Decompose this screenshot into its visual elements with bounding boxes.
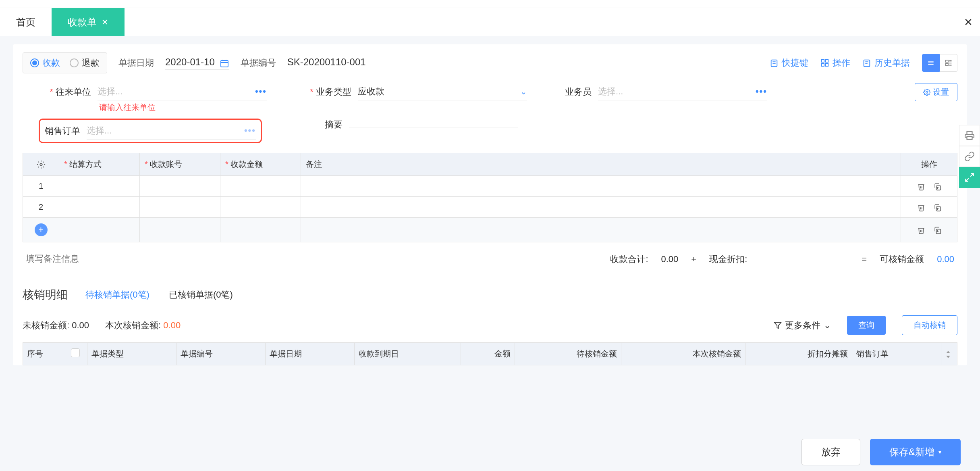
side-link-icon[interactable] (959, 146, 980, 167)
discount-label: 现金折扣: (709, 253, 747, 265)
more-icon[interactable]: ••• (244, 125, 256, 136)
copy-icon[interactable] (933, 225, 941, 235)
svg-rect-38 (967, 136, 972, 140)
close-all-tabs-icon[interactable]: ✕ (964, 16, 973, 28)
col-due: 收款到期日 (354, 343, 461, 365)
side-print-icon[interactable] (959, 125, 980, 146)
order-select[interactable]: 选择... ••• (87, 122, 256, 140)
col-type: 单据类型 (87, 343, 176, 365)
tab-home[interactable]: 首页 (0, 8, 52, 36)
biztype-label: 业务类型 (299, 86, 351, 98)
gear-header[interactable] (23, 153, 59, 176)
svg-rect-0 (221, 60, 228, 67)
payment-table: 结算方式 收款账号 收款金额 备注 操作 1 2 (23, 153, 957, 242)
svg-rect-10 (826, 64, 828, 66)
add-row-button[interactable]: + (35, 223, 48, 236)
checkbox[interactable] (71, 348, 80, 357)
settings-button[interactable]: 设置 (915, 83, 957, 101)
writeoff-title: 核销明细 (23, 287, 68, 302)
col-amount: 收款金额 (220, 153, 301, 176)
summary-input[interactable] (349, 122, 518, 127)
table-row[interactable]: 1 (23, 176, 957, 197)
more-icon[interactable]: ••• (255, 86, 267, 97)
discount-input[interactable] (760, 259, 849, 259)
svg-rect-8 (826, 60, 828, 62)
copy-icon[interactable] (933, 181, 941, 191)
docno-label: 单据编号 (241, 57, 276, 69)
trash-icon[interactable] (917, 225, 925, 235)
col-disc: 折扣分摊额 (745, 343, 852, 365)
auto-writeoff-button[interactable]: 自动核销 (902, 315, 957, 335)
trash-icon[interactable] (917, 202, 925, 212)
party-error: 请输入往来单位 (99, 102, 267, 113)
pending-amt-value: 0.00 (72, 320, 89, 330)
svg-point-24 (40, 164, 42, 166)
writeoff-label: 可核销金额 (880, 253, 924, 265)
date-value[interactable]: 2020-01-10 (165, 56, 229, 70)
view-card-button[interactable] (940, 54, 957, 72)
staff-label: 业务员 (559, 86, 592, 98)
this-amt-value: 0.00 (163, 320, 181, 330)
copy-icon[interactable] (933, 202, 941, 212)
col-sort[interactable] (941, 343, 957, 365)
party-select[interactable]: 选择... ••• (98, 83, 267, 100)
sum-value: 0.00 (661, 254, 679, 265)
side-expand-icon[interactable] (959, 167, 980, 188)
radio-receipt[interactable]: 收款 (30, 57, 60, 69)
col-pending: 待核销金额 (515, 343, 621, 365)
col-method: 结算方式 (59, 153, 140, 176)
more-conditions[interactable]: 更多条件 ⌄ (774, 319, 831, 331)
biztype-select[interactable]: 应收款 ⌄ (358, 83, 527, 100)
svg-rect-17 (945, 60, 948, 62)
col-idx: 序号 (23, 343, 63, 365)
staff-select[interactable]: 选择... ••• (598, 83, 767, 100)
trash-icon[interactable] (917, 181, 925, 191)
tab-receipt[interactable]: 收款单 ✕ (52, 8, 125, 36)
writeoff-table: 序号 单据类型 单据编号 单据日期 收款到期日 金额 待核销金额 本次核销金额 … (23, 342, 957, 365)
sum-label: 收款合计: (610, 253, 648, 265)
svg-line-39 (970, 173, 974, 177)
remark-input[interactable] (26, 252, 251, 266)
table-add-row: + (23, 218, 957, 242)
shortcut-link[interactable]: 快捷键 (770, 57, 808, 69)
query-button[interactable]: 查询 (847, 316, 886, 335)
chevron-down-icon: ⌄ (824, 320, 831, 331)
tab-pending[interactable]: 待核销单据(0笔) (84, 286, 151, 303)
col-ops: 操作 (901, 153, 957, 176)
close-icon[interactable]: ✕ (102, 17, 108, 27)
radio-refund[interactable]: 退款 (70, 57, 100, 69)
col-account: 收款账号 (140, 153, 220, 176)
col-date: 单据日期 (265, 343, 354, 365)
cancel-button[interactable]: 放弃 (801, 439, 860, 465)
col-amt: 金额 (461, 343, 515, 365)
svg-marker-35 (946, 351, 950, 353)
svg-point-23 (926, 91, 928, 93)
order-label: 销售订单 (45, 125, 80, 137)
svg-rect-9 (822, 64, 824, 66)
chevron-down-icon[interactable]: ⌄ (520, 87, 527, 96)
col-order: 销售订单 (852, 343, 941, 365)
writeoff-value: 0.00 (937, 254, 954, 265)
gear-icon (37, 160, 46, 169)
this-amt-label: 本次核销金额: (105, 320, 161, 330)
more-icon[interactable]: ••• (756, 86, 767, 97)
col-remark: 备注 (301, 153, 901, 176)
table-row[interactable]: 2 (23, 197, 957, 218)
history-link[interactable]: 历史单据 (862, 57, 910, 69)
svg-rect-37 (967, 131, 972, 135)
operate-link[interactable]: 操作 (820, 57, 850, 69)
calendar-icon[interactable] (220, 57, 229, 67)
tab-bar: 首页 收款单 ✕ ✕ (0, 8, 980, 36)
tab-label: 收款单 (68, 16, 97, 29)
date-label: 单据日期 (118, 57, 154, 69)
save-button[interactable]: 保存&新增 ▾ (870, 439, 961, 465)
svg-marker-34 (774, 322, 781, 328)
pending-amt-label: 未核销金额: (23, 320, 69, 330)
tab-done[interactable]: 已核销单据(0笔) (167, 286, 235, 303)
view-list-button[interactable] (922, 54, 940, 72)
chevron-down-icon[interactable]: ▾ (938, 449, 941, 455)
party-label: 往来单位 (39, 86, 91, 98)
docno-value: SK-20200110-001 (287, 56, 366, 69)
col-checkbox[interactable] (63, 343, 87, 365)
svg-rect-20 (945, 64, 948, 66)
